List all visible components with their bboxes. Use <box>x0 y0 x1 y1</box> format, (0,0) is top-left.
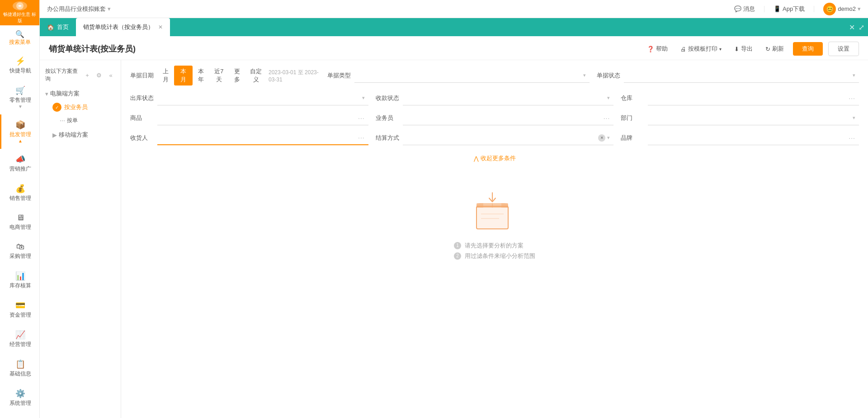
scheme-item-by-salesperson[interactable]: ✓ 按业务员 <box>40 100 121 114</box>
print-btn[interactable]: 🖨 按模板打印 ▾ <box>677 43 725 55</box>
workspace-title: 办公用品行业模拟账套 <box>47 5 106 13</box>
date-btn-custom[interactable]: 自定义 <box>245 66 267 86</box>
app-download-btn[interactable]: 📱 App下载 <box>774 5 805 13</box>
scheme-panel-icons: + ⚙ « <box>83 71 115 80</box>
export-icon: ⬇ <box>734 46 739 52</box>
page-actions: ❓ 帮助 🖨 按模板打印 ▾ ⬇ 导出 ↻ 刷新 查询 设置 <box>643 42 859 56</box>
brand-input[interactable]: ··· <box>648 131 859 145</box>
query-btn[interactable]: 查询 <box>793 42 823 56</box>
tab-home[interactable]: 🏠 首页 <box>40 18 76 36</box>
date-btn-more[interactable]: 更多 <box>229 66 245 86</box>
salesperson-input[interactable]: ··· <box>403 111 614 125</box>
sidebar-item-quick-nav[interactable]: ⚡ 快捷导航 <box>0 51 39 80</box>
help-btn[interactable]: ❓ 帮助 <box>643 43 671 55</box>
collapse-arrow-icon: ⋀ <box>474 155 479 162</box>
sidebar-item-marketing[interactable]: 📣 营销推广 <box>0 149 39 178</box>
consignee-dots-icon: ··· <box>358 134 365 141</box>
quick-nav-icon: ⚡ <box>15 56 25 66</box>
date-range-text: 2023-03-01 至 2023-03-31 <box>269 69 320 83</box>
sidebar-item-system[interactable]: ⚙️ 系统管理 <box>0 383 39 413</box>
doc-type-label: 单据类型 <box>327 71 354 80</box>
tab-maximize-icon[interactable]: ⤢ <box>859 23 864 32</box>
out-status-label: 出库状态 <box>130 94 157 102</box>
filter-area: 单据日期 上月 本月 本年 近7天 更多 自定义 2023-03-01 至 20… <box>121 60 868 418</box>
workspace-selector[interactable]: 办公用品行业模拟账套 ▾ <box>47 5 111 13</box>
brand-dots-icon: ··· <box>849 134 855 142</box>
settings-btn[interactable]: 设置 <box>828 42 859 56</box>
user-dropdown-icon: ▾ <box>858 5 861 12</box>
scheme-collapse-btn[interactable]: « <box>106 71 115 80</box>
doc-type-arrow-icon: ▾ <box>583 72 586 78</box>
export-btn[interactable]: ⬇ 导出 <box>731 43 756 55</box>
tab-close-icon[interactable]: ✕ <box>158 24 163 30</box>
mobile-group-arrow: ▶ <box>52 132 57 138</box>
doc-status-arrow-icon: ▾ <box>853 72 855 78</box>
user-profile[interactable]: 😊 demo2 ▾ <box>823 3 861 15</box>
avatar: 😊 <box>823 3 836 15</box>
filter-warehouse-item: 仓库 ··· <box>621 91 859 105</box>
empty-illustration <box>467 186 522 231</box>
date-btn-last-month[interactable]: 上月 <box>157 66 174 86</box>
sidebar-item-retail[interactable]: 🛒 零售管理 ▼ <box>0 80 39 114</box>
filter-row-2: 出库状态 ▾ 收款状态 ▾ <box>130 91 859 105</box>
search-menu[interactable]: 🔍 搜索菜单 <box>7 25 33 51</box>
date-btn-7days[interactable]: 近7天 <box>209 66 229 86</box>
page-title: 销货单统计表(按业务员) <box>49 43 136 54</box>
scheme-panel: 按以下方案查询 + ⚙ « <box>40 60 121 418</box>
sidebar-item-basic[interactable]: 📋 基础信息 <box>0 354 39 383</box>
product-dots-icon: ··· <box>358 114 365 122</box>
filter-brand-item: 品牌 ··· <box>621 131 859 145</box>
sidebar-item-finance[interactable]: 💳 资金管理 <box>0 295 39 324</box>
warehouse-input[interactable]: ··· <box>648 91 859 105</box>
sidebar-item-sales[interactable]: 💰 销售管理 <box>0 178 39 208</box>
sidebar-item-ecommerce[interactable]: 🖥 电商管理 <box>0 208 39 237</box>
scheme-panel-header: 按以下方案查询 + ⚙ « <box>40 65 121 86</box>
warehouse-dots-icon: ··· <box>849 95 855 102</box>
tab-sales-stats[interactable]: 销货单统计表（按业务员） ✕ <box>76 18 170 36</box>
page-header: 销货单统计表(按业务员) ❓ 帮助 🖨 按模板打印 ▾ ⬇ 导出 ↻ 刷新 <box>40 36 868 60</box>
date-btn-this-year[interactable]: 本年 <box>193 66 209 86</box>
topbar-right: 💬 消息 📱 App下载 😊 demo2 ▾ <box>734 3 861 15</box>
workspace-dropdown-icon: ▾ <box>108 5 111 12</box>
print-dropdown-icon: ▾ <box>719 47 722 52</box>
consignee-input[interactable]: ··· <box>157 131 368 145</box>
collapse-btn[interactable]: ⋀ 收起更多条件 <box>130 151 859 166</box>
pc-scheme-group-title[interactable]: ▾ 电脑端方案 <box>40 87 121 100</box>
refresh-btn[interactable]: ↻ 刷新 <box>762 43 788 55</box>
mobile-scheme-group[interactable]: ▶ 移动端方案 <box>40 128 121 141</box>
empty-tip-2: 2 用过滤条件来缩小分析范围 <box>454 251 535 261</box>
main-area: 办公用品行业模拟账套 ▾ 💬 消息 📱 App下载 😊 demo2 ▾ <box>40 0 868 418</box>
doc-status-label: 单据状态 <box>597 71 624 80</box>
sidebar-item-wholesale[interactable]: 📦 批发管理 ▲ <box>0 114 39 149</box>
sidebar-item-inventory[interactable]: 📊 库存核算 <box>0 266 39 295</box>
receipt-status-input[interactable]: ▾ <box>403 91 614 105</box>
scheme-active-icon: ✓ <box>52 103 61 112</box>
messages-btn[interactable]: 💬 消息 <box>734 5 755 13</box>
payment-label: 结算方式 <box>376 134 403 142</box>
print-icon: 🖨 <box>680 46 686 52</box>
scheme-sub-item[interactable]: ⋯ 按单 <box>40 114 121 127</box>
tabbar: 🏠 首页 销货单统计表（按业务员） ✕ ✕ ⤢ <box>40 18 868 36</box>
department-label: 部门 <box>621 114 648 122</box>
department-input[interactable]: ▾ <box>648 111 859 125</box>
filter-out-status-item: 出库状态 ▾ <box>130 91 368 105</box>
brand-label: 品牌 <box>621 134 648 142</box>
sidebar-item-purchase[interactable]: 🛍 采购管理 <box>0 237 39 266</box>
sidebar-item-enterprise[interactable]: 🏢 企业协同 <box>0 413 39 418</box>
empty-tips: 1 请先选择要分析的方案 2 用过滤条件来缩小分析范围 <box>454 240 535 261</box>
out-status-input[interactable]: ▾ <box>157 91 368 105</box>
date-btn-this-month[interactable]: 本月 <box>174 66 193 86</box>
logo-icon <box>13 1 27 10</box>
tab-close-window-icon[interactable]: ✕ <box>849 23 855 32</box>
payment-input[interactable]: × ▾ <box>403 131 614 145</box>
date-filter: 上月 本月 本年 近7天 更多 自定义 2023-03-01 至 2023-03… <box>157 66 320 86</box>
product-input[interactable]: ··· <box>157 111 368 125</box>
receipt-status-arrow-icon: ▾ <box>607 95 610 101</box>
payment-clear-btn[interactable]: × <box>598 134 605 142</box>
doc-type-input[interactable]: ▾ <box>354 68 590 83</box>
doc-status-input[interactable]: ▾ <box>624 68 859 83</box>
scheme-settings-btn[interactable]: ⚙ <box>94 71 104 80</box>
topbar: 办公用品行业模拟账套 ▾ 💬 消息 📱 App下载 😊 demo2 ▾ <box>40 0 868 18</box>
sidebar-item-operation[interactable]: 📈 经营管理 <box>0 324 39 354</box>
scheme-add-btn[interactable]: + <box>83 71 92 80</box>
